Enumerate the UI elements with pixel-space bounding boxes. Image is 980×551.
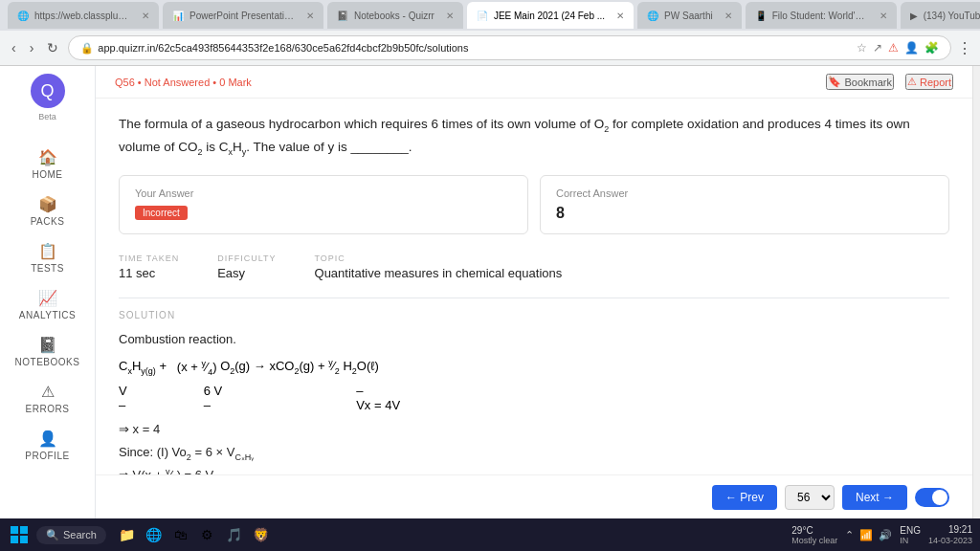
toggle-switch[interactable] xyxy=(915,488,949,507)
windows-start-icon[interactable] xyxy=(8,523,31,546)
settings-button[interactable]: ⋮ xyxy=(957,39,972,57)
beta-label: Beta xyxy=(38,112,56,121)
taskbar-settings[interactable]: ⚙ xyxy=(196,523,219,546)
taskbar-chrome[interactable]: 🌐 xyxy=(143,523,166,546)
tab-favicon: 📱 xyxy=(755,11,767,21)
profile-icon: 👤 xyxy=(38,430,57,448)
sidebar-label: PROFILE xyxy=(25,451,69,461)
sidebar-item-profile[interactable]: 👤 PROFILE xyxy=(0,422,95,469)
tab-favicon: 📄 xyxy=(477,11,488,21)
language-indicator: ENG IN xyxy=(900,525,921,545)
tab-powerpoint[interactable]: 📊 PowerPoint Presentation ✕ xyxy=(163,2,323,29)
report-icon: ⚠ xyxy=(907,76,917,88)
sidebar-label: PACKS xyxy=(31,216,65,227)
account-icon[interactable]: 👤 xyxy=(904,41,919,55)
taskbar: 🔍 Search 📁 🌐 🛍 ⚙ 🎵 🦁 29°C Mostly clear ⌃… xyxy=(0,518,980,551)
svg-rect-1 xyxy=(20,526,28,534)
svg-rect-3 xyxy=(20,536,28,543)
scrollbar[interactable] xyxy=(972,66,980,551)
toggle-knob xyxy=(932,490,947,505)
taskbar-search-label: Search xyxy=(63,529,97,540)
main-layout: Q Beta 🏠 HOME 📦 PACKS 📋 TESTS 📈 ANALYTIC… xyxy=(0,66,980,551)
q-number: Q56 xyxy=(115,77,135,88)
difficulty-meta: DIFFICULTY Easy xyxy=(217,253,276,280)
sys-tray-icon: ⌃ xyxy=(845,529,854,541)
taskbar-spotify[interactable]: 🎵 xyxy=(223,523,246,546)
bookmark-star-icon[interactable]: ☆ xyxy=(857,41,867,55)
tab-close[interactable]: ✕ xyxy=(724,11,732,21)
correct-answer-box: Correct Answer 8 xyxy=(540,175,949,234)
content-area: Q56 • Not Answered • 0 Mark 🔖 Bookmark ⚠… xyxy=(96,66,972,551)
tab-close[interactable]: ✕ xyxy=(142,11,149,21)
back-button[interactable]: ‹ xyxy=(8,38,20,57)
prev-button[interactable]: ← Prev xyxy=(712,485,777,510)
tab-close[interactable]: ✕ xyxy=(306,11,314,21)
forward-button[interactable]: › xyxy=(26,38,38,57)
bookmark-button[interactable]: 🔖 Bookmark xyxy=(826,74,894,90)
question-text: The formula of a gaseous hydrocarbon whi… xyxy=(119,114,949,160)
tab-close[interactable]: ✕ xyxy=(880,11,887,21)
tab-jee-main[interactable]: 📄 JEE Main 2021 (24 Feb ... ✕ xyxy=(467,2,634,29)
sidebar-item-tests[interactable]: 📋 TESTS xyxy=(0,234,95,281)
page-select[interactable]: 56 xyxy=(785,485,835,510)
your-answer-box: Your Answer Incorrect xyxy=(119,175,528,234)
language-sub: IN xyxy=(900,536,921,545)
notebooks-icon: 📓 xyxy=(38,336,57,354)
next-button[interactable]: Next → xyxy=(842,485,907,510)
time-taken-value: 11 sec xyxy=(119,266,179,280)
tab-filo[interactable]: 📱 Filo Student: World's Only ... ✕ xyxy=(746,2,897,29)
nav-bar: ← Prev 56 Next → xyxy=(96,474,972,519)
taskbar-search[interactable]: 🔍 Search xyxy=(36,526,106,544)
difficulty-label: DIFFICULTY xyxy=(217,253,276,263)
answer-section: Your Answer Incorrect Correct Answer 8 xyxy=(119,175,949,234)
v-col3-top: – xyxy=(356,384,400,398)
reload-button[interactable]: ↻ xyxy=(43,38,62,57)
tab-youtube[interactable]: ▶ (134) YouTube ✕ xyxy=(901,2,980,29)
time-taken-meta: TIME TAKEN 11 sec xyxy=(119,253,179,280)
tab-classplusapp[interactable]: 🌐 https://web.classplusapp.c... ✕ xyxy=(8,2,159,29)
sidebar-item-packs[interactable]: 📦 PACKS xyxy=(0,187,95,234)
share-icon[interactable]: ↗ xyxy=(873,41,882,55)
search-icon: 🔍 xyxy=(46,529,59,541)
not-answered-label: Not Answered xyxy=(145,77,210,88)
v-col3-bot: Vx = 4V xyxy=(356,398,400,412)
taskbar-store[interactable]: 🛍 xyxy=(169,523,192,546)
address-bar[interactable]: 🔒 app.quizrr.in/62c5ca493f85644353f2e168… xyxy=(68,35,951,60)
breadcrumb-sep1: • xyxy=(138,77,145,88)
sidebar-item-notebooks[interactable]: 📓 NOTEBOOKS xyxy=(0,328,95,375)
logo: Q xyxy=(31,74,65,108)
taskbar-file-explorer[interactable]: 📁 xyxy=(116,523,139,546)
taskbar-sys-tray: ⌃ 📶 🔊 xyxy=(845,529,892,541)
taskbar-right: 29°C Mostly clear ⌃ 📶 🔊 ENG IN 19:21 14-… xyxy=(791,523,972,547)
network-icon: 📶 xyxy=(859,529,873,541)
tab-close[interactable]: ✕ xyxy=(446,11,454,21)
clock-time: 19:21 xyxy=(928,523,972,536)
errors-icon: ⚠ xyxy=(41,383,55,401)
report-button[interactable]: ⚠ Report xyxy=(905,74,953,90)
correct-answer-label: Correct Answer xyxy=(556,187,933,199)
taskbar-clock: 19:21 14-03-2023 xyxy=(928,523,972,547)
sidebar-label: TESTS xyxy=(31,263,64,274)
sidebar-item-errors[interactable]: ⚠ ERRORS xyxy=(0,375,95,422)
packs-icon: 📦 xyxy=(38,195,57,213)
tests-icon: 📋 xyxy=(38,242,57,260)
v-col2-top: 6 V xyxy=(204,384,223,398)
taskbar-brave[interactable]: 🦁 xyxy=(250,523,273,546)
taskbar-pinned-icons: 📁 🌐 🛍 ⚙ 🎵 🦁 xyxy=(116,523,273,546)
your-answer-label: Your Answer xyxy=(135,187,512,199)
weather-temp: 29°C xyxy=(791,525,837,536)
volume-table: V – 6 V – – Vx = 4V xyxy=(119,384,949,412)
divider xyxy=(119,298,949,298)
sidebar-label: ANALYTICS xyxy=(19,310,76,320)
bookmark-label: Bookmark xyxy=(844,77,892,88)
breadcrumb: Q56 • Not Answered • 0 Mark xyxy=(115,77,252,88)
topic-label: TOPIC xyxy=(315,253,563,263)
tab-notebooks[interactable]: 📓 Notebooks - Quizrr ✕ xyxy=(327,2,463,29)
extension-icon[interactable]: 🧩 xyxy=(924,41,939,55)
sidebar-item-home[interactable]: 🏠 HOME xyxy=(0,141,95,187)
tab-label: (134) YouTube xyxy=(924,11,980,21)
sidebar-item-analytics[interactable]: 📈 ANALYTICS xyxy=(0,281,95,328)
tab-close[interactable]: ✕ xyxy=(616,11,624,21)
volume-icon[interactable]: 🔊 xyxy=(879,529,892,541)
tab-pw-saarthi[interactable]: 🌐 PW Saarthi ✕ xyxy=(637,2,742,29)
